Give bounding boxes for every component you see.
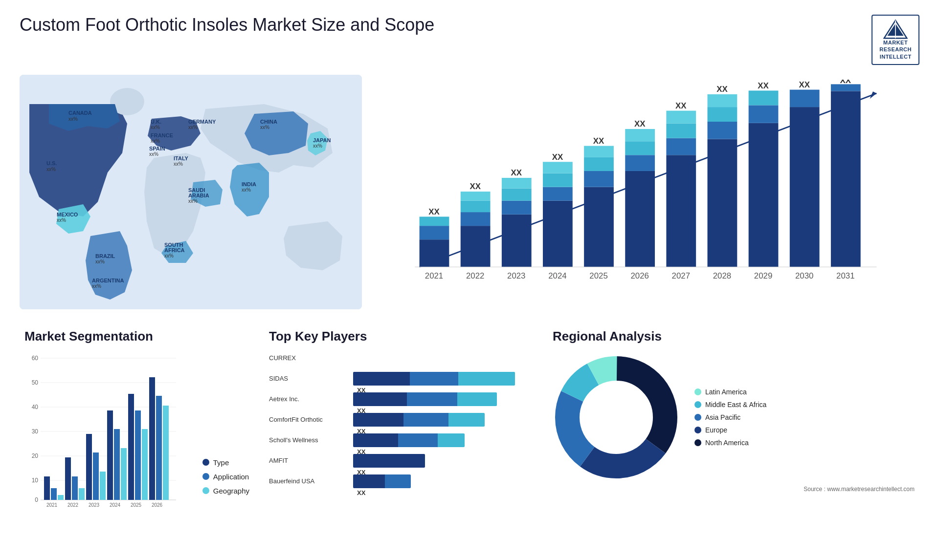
svg-text:xx%: xx% [242,187,251,193]
mea-dot [694,401,701,408]
reg-legend-na: North America [694,439,766,447]
svg-text:2021: 2021 [425,271,443,280]
svg-text:2024: 2024 [110,502,121,508]
seg-chart: 60 50 40 30 20 10 0 [24,351,193,510]
svg-text:ARGENTINA: ARGENTINA [92,278,124,283]
svg-text:2029: 2029 [754,271,772,280]
svg-rect-71 [625,129,655,141]
player-name: AMFIT [269,457,347,464]
regional-legend: Latin America Middle East & Africa Asia … [694,388,766,447]
svg-rect-44 [461,226,491,267]
svg-rect-80 [708,139,738,267]
player-xx: XX [357,489,365,496]
svg-text:30: 30 [32,428,39,435]
geography-dot [202,487,209,494]
svg-rect-135 [156,396,162,500]
svg-text:INDIA: INDIA [242,181,256,187]
seg-content: 60 50 40 30 20 10 0 [24,351,249,510]
svg-text:2027: 2027 [672,271,690,280]
world-map: CANADA xx% U.S. xx% MEXICO xx% BRAZIL xx… [20,75,362,309]
svg-text:2028: 2028 [713,271,731,280]
svg-text:2023: 2023 [507,271,525,280]
svg-rect-116 [58,495,64,500]
svg-text:U.S.: U.S. [46,160,57,166]
svg-text:ARABIA: ARABIA [188,193,209,198]
svg-rect-64 [584,157,614,171]
svg-text:xx%: xx% [188,198,198,204]
svg-text:XX: XX [470,182,481,191]
svg-rect-122 [86,434,92,500]
player-row: Scholl's Wellness XX [269,433,533,447]
svg-text:U.K.: U.K. [151,119,161,125]
svg-text:2025: 2025 [589,271,607,280]
svg-rect-130 [128,394,134,500]
apac-dot [694,414,701,421]
svg-text:FRANCE: FRANCE [151,132,173,138]
svg-rect-119 [72,476,78,500]
svg-text:xx%: xx% [149,151,158,157]
svg-rect-39 [420,239,449,267]
regional-section: Regional Analysis [548,324,919,559]
svg-rect-124 [100,472,106,500]
regional-title: Regional Analysis [553,329,915,344]
donut-chart [553,354,680,481]
svg-rect-47 [461,192,491,201]
svg-rect-120 [79,488,85,500]
svg-text:60: 60 [32,355,39,362]
svg-text:XX: XX [593,136,604,146]
svg-point-143 [582,383,650,452]
svg-text:2021: 2021 [46,502,58,508]
svg-text:XX: XX [758,81,769,90]
svg-rect-41 [420,216,449,226]
page-header: Custom Foot Orthotic Insoles Market Size… [20,15,919,65]
svg-text:JAPAN: JAPAN [313,137,331,143]
svg-text:2026: 2026 [152,502,163,508]
svg-text:XX: XX [511,168,522,177]
svg-rect-53 [502,178,532,189]
svg-text:xx%: xx% [151,138,160,144]
svg-text:ITALY: ITALY [174,155,189,161]
svg-rect-81 [708,122,738,139]
svg-rect-70 [625,141,655,155]
svg-rect-136 [163,406,169,500]
svg-rect-59 [543,162,573,173]
svg-rect-126 [107,410,113,500]
svg-rect-69 [625,155,655,171]
reg-legend-latin: Latin America [694,388,766,396]
svg-rect-45 [461,212,491,226]
svg-text:2031: 2031 [836,271,854,280]
player-name: Scholl's Wellness [269,436,347,444]
player-name: ComfortFit Orthotic [269,416,347,423]
svg-rect-63 [584,171,614,187]
svg-text:xx%: xx% [92,283,101,289]
logo: MARKET RESEARCH INTELLECT [872,15,919,65]
page-title: Custom Foot Orthotic Insoles Market Size… [20,15,434,35]
type-dot [202,459,209,466]
svg-rect-115 [51,488,57,500]
svg-text:20: 20 [32,452,39,459]
players-section: Top Key Players CURREX SIDAS XX [264,324,538,559]
svg-text:GERMANY: GERMANY [188,119,216,125]
svg-rect-46 [461,201,491,212]
source-text: Source : www.marketresearchintellect.com [553,486,915,493]
svg-rect-127 [114,429,120,500]
player-bar-wrap [353,351,533,365]
svg-rect-75 [666,138,696,155]
svg-text:MEXICO: MEXICO [57,212,78,217]
player-row: ComfortFit Orthotic XX [269,413,533,427]
player-bar-wrap: XX [353,413,533,427]
svg-rect-87 [749,105,779,123]
svg-text:XX: XX [428,207,440,216]
svg-text:xx%: xx% [95,259,105,264]
svg-text:xx%: xx% [151,125,160,130]
player-row: Aetrex Inc. XX [269,392,533,406]
player-bar-wrap: XX [353,474,533,488]
svg-text:2030: 2030 [795,271,813,280]
legend-geography: Geography [202,487,249,495]
svg-text:xx%: xx% [188,125,198,130]
growth-bar-chart: XX 2021 XX 2022 XX 2023 XX 2024 [377,75,919,309]
svg-rect-96 [831,84,861,91]
svg-text:xx%: xx% [313,143,322,149]
players-list: CURREX SIDAS XX Aetrex [269,351,533,488]
player-name: Aetrex Inc. [269,395,347,403]
